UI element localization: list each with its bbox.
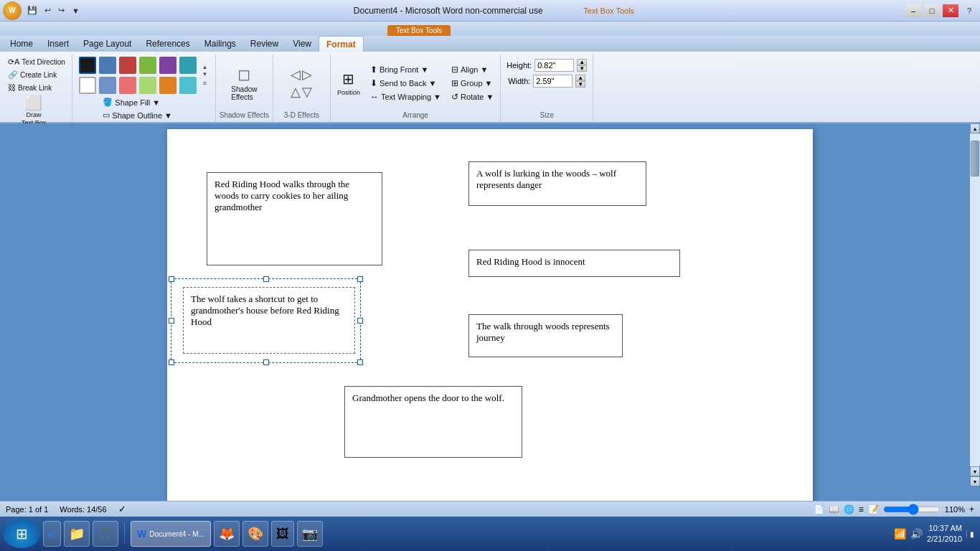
- zoom-slider[interactable]: [883, 506, 941, 513]
- handle-br[interactable]: [357, 359, 363, 365]
- handle-bl[interactable]: [169, 359, 174, 365]
- swatch-green[interactable]: [139, 57, 156, 74]
- proofing-icon[interactable]: ✓: [118, 504, 126, 514]
- tab-references[interactable]: References: [138, 36, 197, 52]
- undo-btn[interactable]: ↩: [42, 4, 54, 17]
- close-button[interactable]: ✕: [943, 4, 958, 17]
- create-link-button[interactable]: 🔗 Create Link: [4, 69, 60, 81]
- firefox-item[interactable]: 🦊: [214, 521, 240, 547]
- office-button[interactable]: W: [3, 1, 22, 20]
- width-spinner: ▲ ▼: [575, 75, 585, 88]
- handle-mr[interactable]: [357, 318, 363, 324]
- color-swatches: [79, 56, 198, 95]
- view-print-btn[interactable]: 📄: [814, 504, 824, 514]
- handle-tm[interactable]: [263, 276, 269, 282]
- view-fullread-btn[interactable]: 📖: [829, 504, 839, 514]
- 3d-effects-group: ◁ ▷ △ ▽ 3-D Effects: [273, 55, 331, 122]
- shadow-effects-label: Shadow Effects: [220, 110, 269, 121]
- customize-btn[interactable]: ▼: [69, 5, 83, 17]
- word-taskbar-item[interactable]: W Document4 - M...: [131, 521, 211, 547]
- image-item[interactable]: 📷: [297, 521, 323, 547]
- bring-front-icon: ⬆: [370, 65, 377, 75]
- scroll-thumb[interactable]: [971, 141, 979, 176]
- media-icon: 🎵: [98, 526, 113, 542]
- scroll-track: [970, 133, 980, 466]
- photo-item[interactable]: 🖼: [271, 521, 294, 547]
- arrange-stack2: ⊟ Align ▼ ⊞ Group ▼ ↺ Rotate ▼: [448, 63, 497, 103]
- zoom-in-btn[interactable]: +: [969, 504, 974, 514]
- textbox-5[interactable]: The walk through woods represents journe…: [468, 314, 623, 357]
- rotate-button[interactable]: ↺ Rotate ▼: [448, 90, 497, 103]
- folder-taskbar-item[interactable]: 📁: [64, 521, 90, 547]
- rotate-icon: ↺: [451, 92, 458, 102]
- maximize-button[interactable]: □: [924, 4, 940, 17]
- swatch-black[interactable]: [79, 57, 96, 74]
- textbox-1[interactable]: Red Riding Hood walks through the woods …: [207, 172, 382, 265]
- shape-outline-button[interactable]: ▭ Shape Outline ▼: [99, 109, 188, 121]
- show-desktop-btn[interactable]: ▮: [966, 530, 974, 538]
- swatch-none[interactable]: [79, 77, 96, 94]
- scroll-down-btn2[interactable]: ▼: [970, 476, 980, 486]
- swatch-teal[interactable]: [179, 57, 197, 74]
- position-button[interactable]: ⊞ Position: [334, 68, 364, 98]
- textbox-2[interactable]: A wolf is lurking in the woods – wolf re…: [468, 161, 646, 206]
- handle-tr[interactable]: [357, 276, 363, 282]
- send-to-back-button[interactable]: ⬇ Send to Back ▼: [367, 77, 445, 90]
- taskbar-divider: [124, 523, 125, 545]
- tab-review[interactable]: Review: [243, 36, 286, 52]
- text-direction-button[interactable]: ⟳A Text Direction: [4, 56, 69, 68]
- handle-tl[interactable]: [169, 276, 174, 282]
- width-up[interactable]: ▲: [575, 75, 585, 81]
- view-outline-btn[interactable]: ≡: [859, 504, 864, 514]
- handle-bm[interactable]: [263, 359, 269, 365]
- save-btn[interactable]: 💾: [24, 4, 40, 17]
- swatch-scroll-down[interactable]: ▼: [201, 71, 208, 78]
- text-wrapping-button[interactable]: ↔ Text Wrapping ▼: [367, 90, 445, 103]
- link-icon: 🔗: [8, 70, 18, 80]
- media-taskbar-item[interactable]: 🎵: [93, 521, 118, 547]
- paint-item[interactable]: 🎨: [242, 521, 268, 547]
- align-button[interactable]: ⊟ Align ▼: [448, 63, 497, 76]
- ie-taskbar-item[interactable]: ℯ: [43, 521, 61, 547]
- group-button[interactable]: ⊞ Group ▼: [448, 77, 497, 90]
- break-link-button[interactable]: ⛓ Break Link: [4, 82, 55, 93]
- tab-view[interactable]: View: [286, 36, 319, 52]
- swatch-lightblue[interactable]: [99, 77, 116, 94]
- swatch-cyan[interactable]: [179, 77, 197, 94]
- swatch-blue[interactable]: [99, 57, 116, 74]
- width-input[interactable]: [533, 75, 573, 88]
- redo-btn[interactable]: ↪: [55, 4, 67, 17]
- bring-front-button[interactable]: ⬆ Bring Front ▼: [367, 63, 445, 76]
- scroll-down-btn[interactable]: ▼: [970, 466, 980, 476]
- textbox-4[interactable]: The wolf takes a shortcut to get to gran…: [183, 287, 355, 354]
- width-down[interactable]: ▼: [575, 81, 585, 88]
- tab-format[interactable]: Format: [319, 36, 364, 52]
- tab-page-layout[interactable]: Page Layout: [76, 36, 138, 52]
- help-button[interactable]: ?: [961, 4, 977, 17]
- swatch-red[interactable]: [119, 57, 136, 74]
- handle-ml[interactable]: [169, 318, 174, 324]
- tab-insert[interactable]: Insert: [40, 36, 76, 52]
- view-draft-btn[interactable]: 📝: [868, 504, 879, 514]
- minimize-button[interactable]: –: [905, 4, 921, 17]
- height-up[interactable]: ▲: [577, 59, 587, 65]
- swatch-scroll: ▲ ▼ ≡: [201, 64, 208, 88]
- swatch-lightgreen[interactable]: [139, 77, 156, 94]
- ribbon: ⟳A Text Direction 🔗 Create Link ⛓ Break …: [0, 52, 980, 123]
- height-input[interactable]: [534, 59, 574, 72]
- height-down[interactable]: ▼: [577, 65, 587, 72]
- scroll-up-btn[interactable]: ▲: [970, 123, 980, 133]
- swatch-scroll-up[interactable]: ▲: [201, 64, 208, 71]
- shape-fill-button[interactable]: 🪣 Shape Fill ▼: [99, 96, 188, 108]
- start-button[interactable]: ⊞: [3, 519, 40, 548]
- textbox-6[interactable]: Grandmother opens the door to the wolf.: [344, 386, 522, 458]
- tab-home[interactable]: Home: [3, 36, 40, 52]
- shadow-effects-button[interactable]: ◻ ShadowEffects: [227, 63, 260, 103]
- swatch-orange[interactable]: [159, 77, 176, 94]
- swatch-more[interactable]: ≡: [201, 80, 208, 88]
- swatch-lightred[interactable]: [119, 77, 136, 94]
- view-web-btn[interactable]: 🌐: [844, 504, 854, 514]
- textbox-3[interactable]: Red Riding Hood is innocent: [468, 250, 680, 277]
- tab-mailings[interactable]: Mailings: [197, 36, 243, 52]
- swatch-purple[interactable]: [159, 57, 176, 74]
